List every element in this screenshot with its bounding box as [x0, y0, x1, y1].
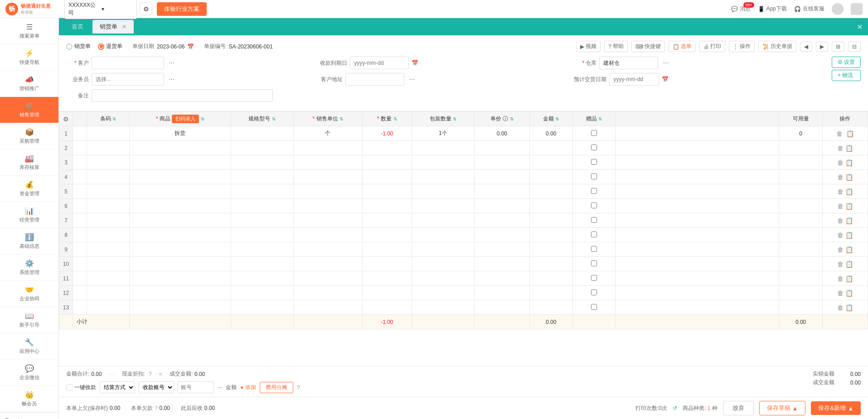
sidebar-settings-icon[interactable]: ⚙ — [4, 416, 10, 419]
tab-home[interactable]: 首页 — [64, 20, 91, 34]
gift-checkbox-6[interactable] — [591, 202, 597, 208]
delete-icon-8[interactable]: 🗑 — [837, 231, 844, 239]
copy-icon-12[interactable]: 📋 — [845, 289, 853, 297]
gift-checkbox-13[interactable] — [591, 304, 597, 310]
payment-due-input[interactable] — [350, 57, 409, 69]
notification-btn[interactable]: 💬 消息 99+ — [731, 5, 751, 13]
th-amount[interactable]: 金额 ⇅ — [529, 112, 572, 126]
th-pkg[interactable]: 包装数量 ⇅ — [412, 112, 474, 126]
settings-icon[interactable]: ⚙ — [140, 3, 152, 15]
sidebar-item-inventory[interactable]: 🏭 库存核算 — [0, 149, 58, 176]
delete-icon-11[interactable]: 🗑 — [837, 275, 844, 282]
copy-icon-2[interactable]: 📋 — [845, 144, 853, 152]
shortcut-btn[interactable]: ⌨ 快捷键 — [631, 41, 665, 52]
sidebar-item-collab[interactable]: 🤝 企业协同 — [0, 281, 58, 307]
radio-return-order[interactable]: 退货单 — [98, 43, 122, 50]
history-btn[interactable]: 📜 历史单据 — [758, 41, 796, 52]
scan-button[interactable]: 扫码录入 — [172, 115, 199, 123]
warehouse-dots-btn[interactable]: ··· — [661, 59, 670, 67]
th-price[interactable]: 单价 ⓘ ⇅ — [474, 112, 529, 126]
customer-addr-input[interactable] — [345, 73, 404, 86]
try-button[interactable]: 体验行业方案 — [157, 2, 207, 16]
copy-icon-1[interactable]: 📋 — [846, 130, 854, 137]
one-click-pay-checkbox[interactable]: 一键收款 — [66, 384, 96, 391]
sidebar-item-marketing[interactable]: 📣 营销推广 — [0, 71, 58, 97]
copy-icon-9[interactable]: 📋 — [845, 246, 853, 253]
sidebar-item-management[interactable]: 📊 经营管理 — [0, 202, 58, 228]
copy-icon-6[interactable]: 📋 — [845, 202, 853, 210]
app-download-btn[interactable]: 📱 App下载 — [758, 5, 787, 13]
tab-close-icon[interactable]: ✕ — [122, 24, 126, 30]
notes-input[interactable] — [92, 89, 273, 102]
logistics-button[interactable]: + 物流 — [832, 70, 861, 81]
account-select[interactable]: 收款账号 — [139, 381, 174, 393]
gift-checkbox-7[interactable] — [591, 217, 597, 223]
expense-btn[interactable]: 费用分摊 — [260, 382, 293, 393]
delete-icon-4[interactable]: 🗑 — [837, 173, 844, 181]
delete-icon-10[interactable]: 🗑 — [837, 260, 844, 268]
gift-checkbox-8[interactable] — [591, 231, 597, 237]
print-btn[interactable]: 🖨 打印 — [699, 41, 725, 52]
sidebar-collapse-icon[interactable]: ◀ — [14, 416, 19, 419]
delete-icon-6[interactable]: 🗑 — [837, 202, 844, 210]
copy-icon-4[interactable]: 📋 — [845, 173, 853, 181]
help-btn[interactable]: ? 帮助 — [604, 41, 628, 52]
radio-sales-order[interactable]: 销货单 — [66, 43, 91, 50]
gift-checkbox-2[interactable] — [591, 144, 597, 150]
sidebar-item-finance[interactable]: 💰 资金管理 — [0, 176, 58, 202]
prev-btn[interactable]: ◀ — [800, 42, 812, 52]
setting-button[interactable]: ⚙ 设置 — [832, 57, 861, 68]
gift-checkbox-3[interactable] — [591, 159, 597, 165]
abandon-button[interactable]: 放弃 — [723, 401, 754, 415]
payment-account-input[interactable] — [178, 381, 214, 393]
add-payment-btn[interactable]: ● 添加 — [240, 384, 256, 391]
calendar-icon[interactable]: 📅 — [187, 43, 194, 50]
expected-cal-icon[interactable]: 📅 — [662, 76, 669, 82]
delete-icon-13[interactable]: 🗑 — [837, 304, 844, 311]
close-all-tabs-icon[interactable]: ✕ — [857, 23, 863, 31]
reprint-icon[interactable]: ↺ — [673, 405, 677, 411]
gift-checkbox-10[interactable] — [591, 260, 597, 266]
copy-icon-8[interactable]: 📋 — [845, 231, 853, 239]
delete-icon-9[interactable]: 🗑 — [837, 246, 844, 253]
sidebar-item-guide[interactable]: 📖 新手引导 — [0, 307, 58, 333]
delete-icon-5[interactable]: 🗑 — [837, 188, 844, 195]
gift-checkbox-9[interactable] — [591, 246, 597, 252]
gift-checkbox-5[interactable] — [591, 188, 597, 194]
sidebar-item-quick-nav[interactable]: ⚡ 快捷导航 — [0, 44, 58, 71]
th-product[interactable]: * 商品 扫码录入 ⇅ — [130, 112, 231, 126]
th-settings[interactable]: ⚙ — [59, 112, 73, 126]
next-btn[interactable]: ▶ — [816, 42, 828, 52]
copy-icon-5[interactable]: 📋 — [845, 188, 853, 195]
list-view-btn[interactable]: ⊟ — [848, 42, 861, 52]
avatar[interactable] — [832, 3, 844, 15]
delete-icon-3[interactable]: 🗑 — [837, 159, 844, 166]
copy-icon-11[interactable]: 📋 — [845, 275, 853, 282]
sidebar-item-purchase[interactable]: 📦 采购管理 — [0, 123, 58, 149]
payment-cal-icon[interactable]: 📅 — [412, 60, 418, 66]
th-unit[interactable]: * 销售单位 ⇅ — [293, 112, 362, 126]
gift-checkbox-4[interactable] — [591, 173, 597, 179]
salesperson-dots-btn[interactable]: ··· — [167, 75, 176, 83]
sidebar-item-sales[interactable]: 🛒 销售管理 — [0, 97, 58, 123]
warehouse-input[interactable] — [599, 57, 658, 69]
th-spec[interactable]: 规格型号 ⇅ — [231, 112, 293, 126]
select-btn[interactable]: 📋 选单 — [669, 41, 696, 52]
save-draft-button[interactable]: 保存草稿 ▲ — [759, 401, 806, 415]
sidebar-item-wechat[interactable]: 💬 企业微信 — [0, 360, 58, 386]
gift-checkbox-12[interactable] — [591, 289, 597, 295]
delete-icon-7[interactable]: 🗑 — [837, 217, 844, 224]
delete-icon-1[interactable]: 🗑 — [836, 130, 843, 137]
total-due-help-icon[interactable]: ? — [155, 405, 157, 411]
online-service-btn[interactable]: 🎧 在线客服 — [794, 5, 824, 13]
user-menu-btn[interactable] — [851, 3, 863, 15]
settlement-method-select[interactable]: 结算方式 — [100, 381, 135, 393]
video-btn[interactable]: ▶ 视频 — [576, 41, 601, 52]
copy-icon-3[interactable]: 📋 — [845, 159, 853, 166]
th-barcode[interactable]: 条码 ⇅ — [87, 112, 130, 126]
copy-icon-13[interactable]: 📋 — [845, 304, 853, 311]
sidebar-item-search[interactable]: ☰ 搜索菜单 — [0, 18, 58, 44]
sidebar-item-member[interactable]: 👑 畅会员 — [0, 386, 58, 412]
save-new-button[interactable]: 保存&新增 ▲ — [811, 401, 861, 415]
customer-dots-btn[interactable]: ··· — [167, 59, 176, 67]
